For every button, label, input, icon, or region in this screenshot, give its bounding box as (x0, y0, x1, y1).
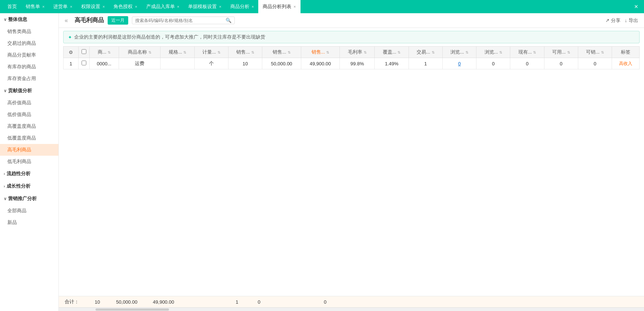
arrow-right-icon: › (4, 184, 5, 188)
cell-sales-cost: 49,900.00 (301, 58, 339, 69)
sidebar-item-low-margin[interactable]: 低毛利商品 (0, 156, 58, 167)
sidebar-item-contribution-rate[interactable]: 商品分贡献率 (0, 49, 58, 61)
sidebar-item-high-margin[interactable]: 高毛利商品 (0, 144, 58, 156)
sidebar-item-all-goods[interactable]: 全部商品 (0, 205, 58, 217)
search-icon[interactable]: 🔍 (226, 18, 231, 23)
cell-tag: 高收入 (612, 58, 640, 69)
col-sales-amount[interactable]: 销售... ⇅ (262, 47, 301, 58)
sidebar-item-sales-goods[interactable]: 销售类商品 (0, 26, 58, 37)
close-icon[interactable]: × (219, 4, 221, 9)
close-icon[interactable]: × (294, 4, 296, 9)
col-coverage[interactable]: 覆盖... ⇅ (375, 47, 409, 58)
info-icon: ✦ (68, 35, 72, 40)
col-current[interactable]: 现有... ⇅ (510, 47, 544, 58)
sidebar-group-overall[interactable]: ∨ 整体信息 (0, 13, 58, 26)
footer-empty3 (270, 299, 292, 305)
export-button[interactable]: ↓ 导出 (625, 17, 638, 24)
content-area: « 高毛利商品 近一月 🔍 ↗ 分享 ↓ 导出 ✦ 企业的主要的利润都是这部 (59, 13, 644, 311)
footer-empty2 (204, 299, 226, 305)
header-actions: ↗ 分享 ↓ 导出 (605, 17, 638, 24)
cell-view2: 0 (476, 58, 510, 69)
close-all-icon[interactable]: × (631, 3, 641, 11)
sidebar-item-low-coverage[interactable]: 低覆盖度商品 (0, 132, 58, 144)
footer-transaction: 1 (226, 299, 248, 305)
sidebar-group-trend[interactable]: › 流趋性分析 (0, 167, 58, 180)
sort-icon: ⇅ (465, 50, 468, 54)
nav-item-template[interactable]: 单据模板设置 × (184, 0, 226, 13)
nav-item-sales[interactable]: 销售单 × (21, 0, 49, 13)
sort-icon: ⇅ (217, 50, 220, 54)
sidebar-item-low-value[interactable]: 低价值商品 (0, 109, 58, 120)
footer-sales-amount: 50,000.00 (108, 299, 145, 305)
col-spec[interactable]: 规格... ⇅ (161, 47, 194, 58)
search-input[interactable] (135, 18, 226, 23)
sidebar: ∨ 整体信息 销售类商品 交易过的商品 商品分贡献率 有库存的商品 库存资金占用… (0, 13, 59, 311)
close-icon[interactable]: × (135, 4, 137, 9)
cell-transaction: 1 (409, 58, 442, 69)
row-checkbox[interactable] (82, 61, 86, 65)
col-unit[interactable]: 计量... ⇅ (194, 47, 228, 58)
cell-current: 0 (510, 58, 544, 69)
horizontal-scrollbar[interactable] (59, 307, 644, 311)
sort-icon: ⇅ (601, 50, 604, 54)
table-header-row: ⚙ 商... ⇅ 商品名称 ⇅ 规格... ⇅ 计量... ⇅ 销售... ⇅ … (64, 47, 640, 58)
nav-item-purchase[interactable]: 进货单 × (49, 0, 76, 13)
footer-empty1 (182, 299, 204, 305)
share-button[interactable]: ↗ 分享 (605, 17, 620, 24)
col-gross-margin[interactable]: 毛利率 ⇅ (340, 47, 375, 58)
sidebar-item-high-coverage[interactable]: 高覆盖度商品 (0, 120, 58, 132)
col-sellable[interactable]: 可销... ⇅ (578, 47, 612, 58)
col-name[interactable]: 商品名称 ⇅ (119, 47, 161, 58)
cell-sellable: 0 (578, 58, 612, 69)
nav-item-product-in[interactable]: 产成品入库单 × (142, 0, 184, 13)
cell-available: 0 (544, 58, 578, 69)
close-icon[interactable]: × (252, 4, 254, 9)
sidebar-group-marketing[interactable]: ∨ 营销推广分析 (0, 192, 58, 205)
table-row: 1 0000... 运费 个 10 50,000.00 49,900.00 99… (64, 58, 640, 69)
arrow-down-icon: ∨ (4, 88, 7, 93)
col-sales-cost[interactable]: 销售... ⇅ (301, 47, 339, 58)
col-transaction[interactable]: 交易... ⇅ (409, 47, 442, 58)
close-icon[interactable]: × (70, 4, 72, 9)
cell-sales-amount: 50,000.00 (262, 58, 301, 69)
sidebar-item-stock-capital[interactable]: 库存资金占用 (0, 73, 58, 84)
close-icon[interactable]: × (177, 4, 179, 9)
sidebar-item-traded-goods[interactable]: 交易过的商品 (0, 37, 58, 49)
sidebar-item-high-value[interactable]: 高价值商品 (0, 97, 58, 109)
share-icon: ↗ (605, 18, 609, 23)
col-view1[interactable]: 浏览... ⇅ (442, 47, 476, 58)
cell-checkbox[interactable] (78, 58, 89, 69)
sidebar-item-new-goods[interactable]: 新品 (0, 217, 58, 228)
sidebar-group-growth[interactable]: › 成长性分析 (0, 180, 58, 192)
cell-view1[interactable]: 0 (442, 58, 476, 69)
col-sales-qty[interactable]: 销售... ⇅ (228, 47, 262, 58)
cell-unit: 个 (194, 58, 228, 69)
col-view2[interactable]: 浏览... ⇅ (476, 47, 510, 58)
sort-icon: ⇅ (148, 50, 151, 54)
sidebar-group-contribution[interactable]: ∨ 贡献值分析 (0, 84, 58, 97)
main-layout: ∨ 整体信息 销售类商品 交易过的商品 商品分贡献率 有库存的商品 库存资金占用… (0, 13, 644, 311)
col-tag: 标签 (612, 47, 640, 58)
table-wrapper[interactable]: ⚙ 商... ⇅ 商品名称 ⇅ 规格... ⇅ 计量... ⇅ 销售... ⇅ … (63, 46, 640, 296)
nav-item-permission[interactable]: 权限设置 × (77, 0, 109, 13)
sidebar-item-in-stock[interactable]: 有库存的商品 (0, 61, 58, 73)
col-available[interactable]: 可用... ⇅ (544, 47, 578, 58)
nav-item-analysis[interactable]: 商品分析 × (226, 0, 258, 13)
footer-cols: 10 50,000.00 49,900.00 1 0 0 (86, 299, 638, 305)
sort-icon: ⇅ (364, 50, 367, 54)
sort-icon: ⇅ (108, 50, 111, 54)
nav-item-analysis-list[interactable]: 商品分析列表 × (258, 0, 300, 13)
close-icon[interactable]: × (42, 4, 44, 9)
collapse-sidebar-button[interactable]: « (65, 17, 68, 24)
nav-item-role[interactable]: 角色授权 × (109, 0, 141, 13)
close-icon[interactable]: × (102, 4, 105, 9)
arrow-right-icon: › (4, 171, 5, 176)
footer-empty4 (292, 299, 314, 305)
filter-month-button[interactable]: 近一月 (108, 16, 128, 25)
col-settings[interactable]: ⚙ (64, 47, 79, 58)
sort-icon: ⇅ (183, 50, 186, 54)
col-code[interactable]: 商... ⇅ (89, 47, 119, 58)
select-all-checkbox[interactable] (82, 49, 86, 54)
scrollbar-thumb[interactable] (96, 308, 169, 311)
nav-item-home[interactable]: 首页 (3, 0, 21, 13)
